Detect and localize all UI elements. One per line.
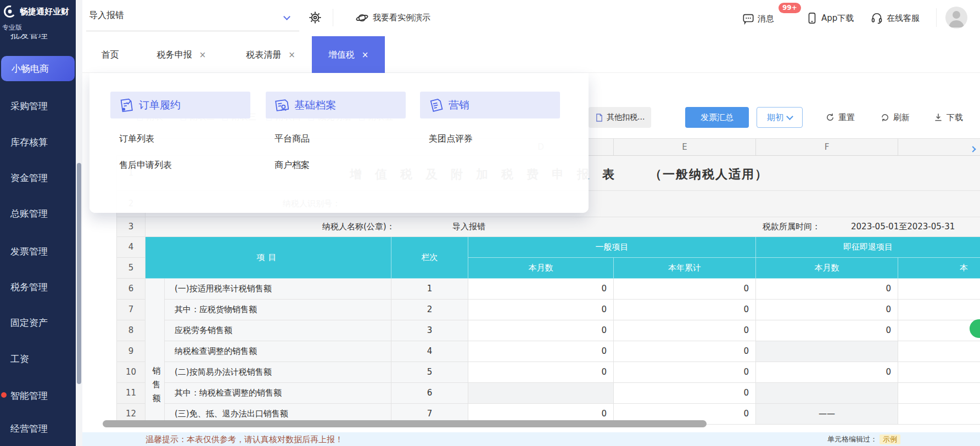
- line-no-cell: 4: [391, 341, 468, 362]
- tab-tax-register[interactable]: 税表清册×: [235, 36, 306, 73]
- close-icon[interactable]: ×: [199, 50, 206, 60]
- sidebar-item-fixed-assets[interactable]: 固定资产: [0, 317, 76, 329]
- value-cell[interactable]: [898, 300, 980, 320]
- value-cell[interactable]: [898, 404, 980, 425]
- section-cell: [145, 341, 165, 362]
- section-cell: [145, 320, 165, 341]
- column-f[interactable]: F: [756, 139, 898, 155]
- menu-item-order-list[interactable]: 订单列表: [119, 133, 250, 145]
- row-number: 9: [116, 341, 145, 362]
- value-cell[interactable]: 0: [756, 320, 898, 341]
- menu-column-masterdata: 基础档案 平台商品 商户档案: [266, 92, 406, 171]
- item-cell: 应税劳务销售额: [165, 320, 391, 341]
- section-label-sales: 销 售 额: [149, 364, 164, 405]
- value-cell[interactable]: [898, 362, 980, 383]
- account-select[interactable]: 导入报错: [89, 10, 124, 21]
- chevron-down-icon[interactable]: [283, 13, 290, 20]
- item-cell: (一)按适用税率计税销售额: [165, 279, 391, 300]
- tax-period-value[interactable]: 2023-05-01至2023-05-31: [851, 222, 955, 232]
- item-cell: 其中：纳税检查调整的销售额: [165, 383, 391, 404]
- reset-button[interactable]: 重置: [825, 107, 855, 128]
- table-row[interactable]: 9 纳税检查调整的销售额 4 0 0: [116, 341, 980, 362]
- brand-name: 畅捷通好业财: [20, 7, 69, 17]
- value-cell[interactable]: 0: [468, 341, 614, 362]
- sidebar-item-ecommerce[interactable]: 小畅电商: [1, 56, 75, 81]
- menu-item-merchant-archive[interactable]: 商户档案: [275, 160, 406, 171]
- download-button[interactable]: 下载: [933, 107, 963, 128]
- table-row[interactable]: 8 应税劳务销售额 3 0 0 0: [116, 320, 980, 341]
- sidebar-item-invoice[interactable]: 发票管理: [0, 245, 76, 258]
- sidebar-item-inventory[interactable]: 库存核算: [0, 136, 76, 149]
- horizontal-scrollbar[interactable]: [103, 420, 707, 427]
- table-row[interactable]: 11 其中：纳税检查调整的销售额 6 0: [116, 383, 980, 404]
- value-cell[interactable]: 0: [756, 279, 898, 300]
- settings-button[interactable]: [309, 11, 322, 26]
- value-cell[interactable]: 0: [468, 320, 614, 341]
- avatar[interactable]: [945, 7, 967, 29]
- table-row[interactable]: 6 (一)按适用税率计税销售额 1 0 0 0: [116, 279, 980, 300]
- menu-category-marketing[interactable]: 营销: [420, 92, 560, 118]
- sidebar-scrollbar-thumb[interactable]: [77, 163, 81, 384]
- value-cell[interactable]: [898, 320, 980, 341]
- scroll-right-arrow[interactable]: [971, 143, 975, 154]
- sidebar-item-smart[interactable]: 智能管理: [0, 389, 76, 402]
- messages-button[interactable]: 消息: [742, 13, 774, 25]
- subtab-other-deduction[interactable]: 其他扣税...: [589, 107, 651, 128]
- tab-vat[interactable]: 增值税×: [312, 36, 385, 73]
- app-download-link[interactable]: App下载: [806, 12, 854, 24]
- value-cell[interactable]: 0: [614, 362, 756, 383]
- value-cell: ——: [756, 404, 898, 425]
- column-e[interactable]: E: [614, 139, 756, 155]
- table-row[interactable]: 7 其中：应税货物销售额 2 0 0 0: [116, 300, 980, 320]
- value-cell[interactable]: [898, 383, 980, 404]
- value-cell[interactable]: 0: [614, 341, 756, 362]
- support-link[interactable]: 在线客服: [871, 12, 920, 24]
- demo-link[interactable]: 我要看实例演示: [356, 12, 430, 24]
- menu-item-platform-goods[interactable]: 平台商品: [275, 133, 406, 145]
- message-count-badge: 99+: [779, 3, 801, 13]
- master-data-icon: [273, 98, 289, 113]
- column-g: [898, 139, 980, 155]
- sidebar-item-funds[interactable]: 资金管理: [0, 172, 76, 184]
- sidebar-item-purchase[interactable]: 采购管理: [0, 100, 76, 112]
- tab-tax-filing[interactable]: 税务申报×: [144, 36, 219, 73]
- taxpayer-name-value[interactable]: 导入报错: [452, 222, 485, 232]
- menu-category-master-data[interactable]: 基础档案: [266, 92, 406, 118]
- menu-item-aftersale-list[interactable]: 售后申请列表: [119, 160, 250, 171]
- close-icon[interactable]: ×: [288, 50, 295, 60]
- ecommerce-mega-menu: 订单履约 订单列表 售后申请列表 基础档案 平台商品 商户档案 营销 美团点评券: [89, 73, 589, 213]
- value-cell[interactable]: 0: [756, 362, 898, 383]
- sidebar-item-payroll[interactable]: 工资: [0, 353, 76, 365]
- refresh-button[interactable]: 刷新: [880, 107, 910, 128]
- header-general: 一般项目: [468, 237, 756, 258]
- sidebar-item-ledger[interactable]: 总账管理: [0, 207, 76, 220]
- value-cell[interactable]: 0: [468, 279, 614, 300]
- header-partial: 本: [898, 258, 980, 279]
- menu-item-meituan-coupon[interactable]: 美团点评券: [429, 133, 560, 145]
- value-cell[interactable]: 0: [614, 279, 756, 300]
- value-cell[interactable]: 0: [756, 300, 898, 320]
- item-cell: 其中：应税货物销售额: [165, 300, 391, 320]
- value-cell: [468, 383, 614, 404]
- value-cell[interactable]: 0: [614, 320, 756, 341]
- value-cell[interactable]: [898, 341, 980, 362]
- header-month2: 本月数: [756, 258, 898, 279]
- value-cell[interactable]: 0: [614, 300, 756, 320]
- reset-icon: [825, 112, 835, 122]
- sidebar-item-operation[interactable]: 经营管理: [0, 422, 76, 435]
- table-row[interactable]: 10 (二)按简易办法计税销售额 5 0 0 0: [116, 362, 980, 383]
- sidebar-item-tax[interactable]: 税务管理: [0, 281, 76, 293]
- refresh-icon: [880, 112, 890, 122]
- value-cell[interactable]: 0: [614, 383, 756, 404]
- header-item: 项目: [145, 237, 391, 279]
- headset-icon: [871, 12, 883, 24]
- menu-category-order-fulfillment[interactable]: 订单履约: [110, 92, 250, 118]
- value-cell[interactable]: [898, 279, 980, 300]
- value-cell[interactable]: 0: [468, 362, 614, 383]
- invoice-summary-button[interactable]: 发票汇总: [685, 107, 749, 128]
- close-icon[interactable]: ×: [362, 50, 369, 60]
- tab-home[interactable]: 首页: [89, 36, 131, 73]
- opening-balance-button[interactable]: 期初: [757, 107, 803, 128]
- app-window: 附表一 附表二 附表三 附表四 减免明细 附表五 其他扣税... 发票汇总 期初…: [0, 0, 980, 446]
- value-cell[interactable]: 0: [468, 300, 614, 320]
